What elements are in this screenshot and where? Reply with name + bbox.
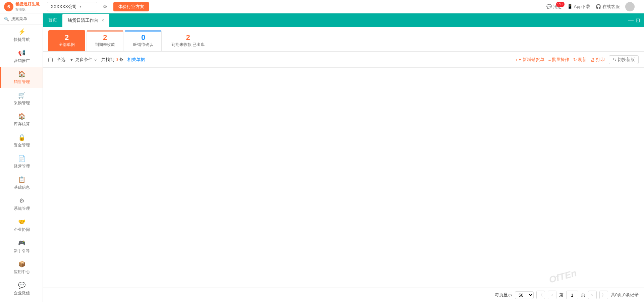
stat-tab-all[interactable]: 2 全部单据 (48, 30, 85, 51)
tab-close-icon[interactable]: × (102, 18, 104, 23)
search-menu-item[interactable]: 🔍 搜索菜单 (0, 13, 43, 25)
sidebar-item-purchase[interactable]: 🛒 采购管理 (0, 88, 43, 109)
sidebar-item-sales[interactable]: 🏠 销售管理 (0, 67, 43, 88)
company-name: XXXXXX公司 (51, 4, 77, 10)
sidebar-item-wechat[interactable]: 💬 企业微信 (0, 278, 43, 299)
pagination-bar: 每页显示 50 20 100 《 ＜ 第 页 ＞ 》 共0页,0条记录 (43, 288, 644, 302)
trial-button[interactable]: 体验行业方案 (113, 2, 149, 11)
filter-chevron-icon: ∨ (94, 57, 97, 62)
stat-label-wangpu: 旺铺待确认 (133, 42, 153, 48)
layout: 🔍 搜索菜单 ⚡ 快捷导航 📢 营销推广 🏠 销售管理 🛒 采购管理 🏠 库存核… (0, 13, 644, 302)
quick-nav-icon: ⚡ (18, 28, 25, 36)
last-page-icon: 》 (602, 292, 606, 298)
toolbar: 全选 ▼ 更多条件 ∨ 共找到 0 条 相关单据 + + 新增销货单 ≡ 批量操… (43, 52, 644, 68)
stats-tabs: 2 全部单据 2 到期未收款 0 旺铺待确认 2 到期未收款 已出库 (43, 27, 644, 52)
next-page-button[interactable]: ＞ (588, 291, 597, 299)
first-page-icon: 《 (539, 292, 543, 298)
page-input[interactable] (566, 291, 578, 299)
download-icon: 📱 (567, 4, 573, 9)
app-subtitle: 标准版 (15, 7, 40, 11)
first-page-button[interactable]: 《 (536, 291, 545, 299)
filter-button[interactable]: ▼ 更多条件 ∨ (69, 57, 97, 63)
print-button[interactable]: 🖨 打印 (591, 57, 605, 63)
tab-workbench[interactable]: 钱货日清工作台 × (62, 14, 109, 27)
tab-home[interactable]: 首页 (43, 13, 62, 27)
per-page-select[interactable]: 50 20 100 (515, 291, 534, 299)
basic-info-icon: 📋 (18, 176, 25, 183)
sidebar-label-cooperation: 企业协同 (14, 227, 30, 233)
logo-icon: 6 (4, 2, 13, 11)
marketing-icon: 📢 (18, 49, 25, 57)
sidebar-item-finance[interactable]: 🔒 资金管理 (0, 130, 43, 152)
sidebar-item-quick-nav[interactable]: ⚡ 快捷导航 (0, 25, 43, 46)
stat-tab-due-unpaid[interactable]: 2 到期未收款 (87, 30, 123, 51)
sales-icon: 🏠 (18, 70, 25, 78)
sidebar-item-basic-info[interactable]: 📋 基础信息 (0, 173, 43, 194)
refresh-icon: ↻ (573, 57, 577, 62)
tab-expand-icon[interactable]: ⊡ (636, 17, 640, 23)
user-avatar[interactable] (625, 2, 635, 11)
sidebar-label-wechat: 企业微信 (14, 290, 30, 296)
sidebar-label-purchase: 采购管理 (14, 100, 30, 106)
sidebar-item-system[interactable]: ⚙ 系统管理 (0, 194, 43, 215)
finance-icon: 🔒 (18, 134, 25, 141)
prev-page-button[interactable]: ＜ (548, 291, 556, 299)
stat-tab-wangpu[interactable]: 0 旺铺待确认 (125, 30, 162, 51)
app-download-button[interactable]: 📱 App下载 (567, 4, 590, 10)
batch-button[interactable]: ≡ 批量操作 (548, 57, 570, 63)
switch-version-button[interactable]: ⇆ 切换新版 (609, 55, 639, 64)
last-page-button[interactable]: 》 (599, 291, 608, 299)
chevron-down-icon: ▼ (79, 5, 82, 8)
related-link[interactable]: 相关单据 (127, 57, 145, 63)
tab-actions: — ⊡ (628, 17, 644, 23)
batch-icon: ≡ (548, 57, 551, 62)
select-all-label: 全选 (57, 57, 65, 63)
stat-label-due-unpaid: 到期未收款 (95, 42, 115, 48)
table-area (43, 68, 644, 288)
sidebar-label-system: 系统管理 (14, 206, 30, 212)
app-center-icon: 📦 (18, 260, 25, 268)
cooperation-icon: 🤝 (18, 218, 25, 226)
sidebar-item-inventory[interactable]: 🏠 库存核算 (0, 109, 43, 130)
total-text: 共0页,0条记录 (611, 292, 639, 298)
page-label: 第 (559, 292, 564, 298)
print-icon: 🖨 (591, 57, 595, 62)
logo-area: 6 畅捷通好生意 标准版 (4, 2, 47, 11)
toolbar-right: + + 新增销货单 ≡ 批量操作 ↻ 刷新 🖨 打印 ⇆ 切换新版 (515, 55, 639, 64)
sidebar-item-operations[interactable]: 📄 经营管理 (0, 152, 43, 173)
online-service-button[interactable]: 🎧 在线客服 (596, 4, 620, 10)
search-icon: 🔍 (4, 17, 9, 21)
message-button[interactable]: 💬 消息 99+ (546, 4, 562, 10)
sidebar-item-marketing[interactable]: 📢 营销推广 (0, 46, 43, 67)
message-icon: 💬 (546, 4, 552, 9)
guide-icon: 🎮 (18, 239, 25, 247)
sidebar-item-vip[interactable]: V 畅会员 (0, 299, 43, 302)
sidebar-item-app-center[interactable]: 📦 应用中心 (0, 257, 43, 278)
sidebar-label-finance: 资金管理 (14, 142, 30, 148)
inventory-icon: 🏠 (18, 113, 25, 120)
tab-bar: 首页 钱货日清工作台 × — ⊡ (43, 13, 644, 27)
per-page-label: 每页显示 (495, 292, 512, 298)
message-badge: 99+ (556, 2, 565, 7)
headset-icon: 🎧 (596, 4, 601, 9)
stat-num-wangpu: 0 (141, 33, 145, 42)
settings-icon[interactable]: ⚙ (100, 2, 110, 11)
purchase-icon: 🛒 (18, 92, 25, 99)
refresh-button[interactable]: ↻ 刷新 (573, 57, 587, 63)
add-order-button[interactable]: + + 新增销货单 (515, 57, 544, 63)
switch-icon: ⇆ (612, 57, 616, 62)
sidebar-item-guide[interactable]: 🎮 新手引导 (0, 236, 43, 257)
stat-num-due-unpaid: 2 (103, 33, 107, 42)
found-text: 共找到 0 条 (101, 57, 123, 63)
system-icon: ⚙ (19, 197, 24, 204)
tab-collapse-icon[interactable]: — (628, 17, 634, 23)
app-title: 畅捷通好生意 (15, 2, 40, 7)
sidebar-item-cooperation[interactable]: 🤝 企业协同 (0, 215, 43, 236)
company-selector[interactable]: XXXXXX公司 ▼ (47, 2, 97, 11)
stat-label-due-unshipped: 到期未收款 已出库 (171, 42, 205, 48)
select-all-checkbox[interactable] (48, 58, 53, 62)
top-header: 6 畅捷通好生意 标准版 XXXXXX公司 ▼ ⚙ 体验行业方案 💬 消息 99… (0, 0, 644, 13)
stat-tab-due-unshipped[interactable]: 2 到期未收款 已出库 (163, 30, 213, 51)
sidebar-label-app-center: 应用中心 (14, 269, 30, 275)
sidebar-label-sales: 销售管理 (14, 79, 30, 85)
